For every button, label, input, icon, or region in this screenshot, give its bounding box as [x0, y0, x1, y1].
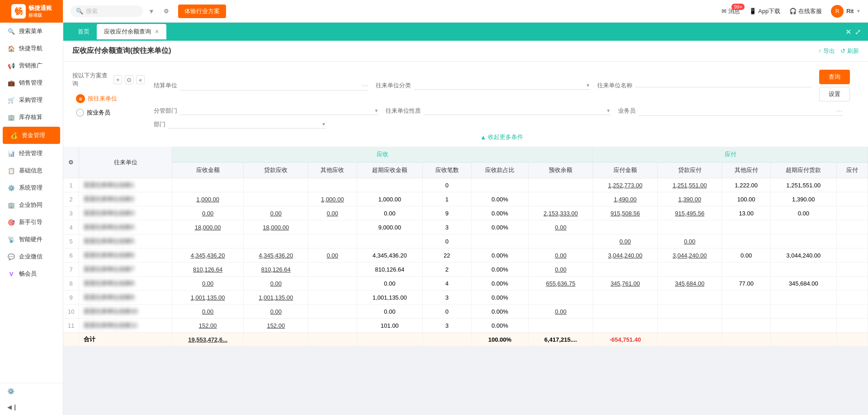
sidebar-item-smart-hw[interactable]: 📡 智能硬件	[0, 231, 63, 248]
table-cell[interactable]: 655,636.75	[528, 277, 593, 291]
sidebar-item-member[interactable]: V 畅会员	[0, 265, 63, 282]
sidebar-item-operations[interactable]: 📊 经营管理	[0, 145, 63, 162]
topbar-gear-button[interactable]: ⚙	[160, 5, 173, 18]
table-cell[interactable]: 2,153,333.00	[528, 206, 593, 220]
salesperson-input[interactable]: ···	[638, 106, 843, 116]
table-cell[interactable]: 4,345,436.20	[172, 248, 244, 262]
message-button[interactable]: ✉ 消息 99+	[722, 7, 740, 15]
sidebar-item-wechat[interactable]: 💬 企业微信	[0, 248, 63, 265]
th-recv-amount: 应收金额	[172, 162, 244, 178]
table-cell[interactable]: 0.00	[308, 248, 357, 262]
table-cell: 0	[423, 234, 471, 248]
table-cell[interactable]: 0.00	[657, 234, 722, 248]
sidebar-item-marketing[interactable]: 📢 营销推广	[0, 57, 63, 74]
sidebar-item-purchase[interactable]: 🛒 采购管理	[0, 91, 63, 109]
table-cell	[528, 234, 593, 248]
app-download-button[interactable]: 📱 App下载	[749, 7, 780, 15]
export-button[interactable]: ↑ 导出	[819, 47, 835, 55]
table-cell[interactable]: 1,001,135.00	[172, 291, 244, 305]
table-cell[interactable]: 0.00	[172, 277, 244, 291]
th-settings[interactable]: ⚙	[63, 147, 79, 178]
dept-select[interactable]: ▼	[180, 107, 378, 115]
table-cell[interactable]: 915,508.56	[593, 206, 658, 220]
table-cell: 0	[423, 178, 471, 192]
table-cell[interactable]: 18,000.00	[244, 220, 308, 234]
department-select[interactable]: ▼	[168, 120, 326, 129]
table-cell[interactable]: 4,345,436.20	[244, 248, 308, 262]
table-cell[interactable]: 0.00	[172, 206, 244, 220]
filter-unit-category: 往来单位分类 ▼	[376, 81, 590, 90]
table-cell[interactable]: 0.00	[528, 220, 593, 234]
solution-button[interactable]: 体验行业方案	[178, 5, 226, 18]
table-cell: 2	[423, 262, 471, 277]
query-button[interactable]: 查询	[819, 70, 850, 84]
scheme-settings-button[interactable]: ⊙	[125, 75, 133, 84]
table-cell[interactable]: 345,684.00	[657, 277, 722, 291]
table-cell[interactable]: 345,761.00	[593, 277, 658, 291]
table-cell[interactable]: 1,000.00	[172, 192, 244, 206]
table-cell[interactable]: 1,252,773.00	[593, 178, 658, 192]
sidebar-item-inventory[interactable]: 🏢 库存核算	[0, 109, 63, 126]
close-window-icon[interactable]: ✕	[845, 28, 851, 36]
table-cell[interactable]: 3,044,240.00	[657, 248, 722, 262]
table-cell[interactable]: 152.00	[172, 319, 244, 333]
sidebar-item-enterprise[interactable]: 🏢 企业协同	[0, 196, 63, 214]
table-cell[interactable]: 0.00	[244, 277, 308, 291]
sidebar-item-guide[interactable]: 🎯 新手引导	[0, 214, 63, 231]
table-cell[interactable]: 0.00	[244, 305, 308, 319]
table-cell[interactable]: 810,126.64	[172, 262, 244, 277]
topbar-chevron-down[interactable]: ▼	[148, 8, 155, 15]
table-cell	[836, 319, 868, 333]
partner-unit-name: 某某往来单位名称2	[79, 192, 172, 206]
table-cell[interactable]: 1,000.00	[308, 192, 357, 206]
table-cell[interactable]: 0.00	[528, 262, 593, 277]
tab-close-icon[interactable]: ✕	[155, 29, 159, 35]
query-option-by-unit[interactable]: ⊕ 按往来单位	[72, 91, 145, 106]
table-cell[interactable]: 3,044,240.00	[593, 248, 658, 262]
setting-button[interactable]: 设置	[819, 87, 850, 101]
sidebar-item-search[interactable]: 🔍 搜索菜单	[0, 23, 63, 40]
user-menu[interactable]: R Rit ▼	[831, 5, 861, 18]
table-cell[interactable]: 0.00	[528, 248, 593, 262]
query-option-by-salesperson[interactable]: ○ 按业务员	[72, 106, 145, 119]
sidebar-bottom-settings[interactable]: ⚙️	[0, 383, 63, 399]
topbar-search-box[interactable]: 🔍 搜索	[71, 5, 143, 17]
table-cell[interactable]: 0.00	[593, 234, 658, 248]
online-service-button[interactable]: 🎧 在线客服	[789, 7, 822, 15]
table-cell[interactable]: 0.00	[172, 305, 244, 319]
table-cell	[722, 291, 770, 305]
table-cell[interactable]: 1,390.00	[657, 192, 722, 206]
table-cell: 0.00%	[471, 206, 528, 220]
table-cell[interactable]: 0.00	[528, 305, 593, 319]
table-cell[interactable]: 18,000.00	[172, 220, 244, 234]
table-cell[interactable]: 1,001,135.00	[244, 291, 308, 305]
settlement-unit-input[interactable]: ···	[180, 81, 368, 91]
unit-nature-select[interactable]: ▼	[424, 107, 610, 115]
unit-name-input[interactable]	[635, 84, 812, 87]
table-cell[interactable]: 1,490.00	[593, 192, 658, 206]
table-cell[interactable]: 152.00	[244, 319, 308, 333]
table-cell[interactable]: 0.00	[308, 206, 357, 220]
table-scroll-container[interactable]: ⚙ 往来单位 应收 应付 应收金额 贷款应收 其他应收 超期应收金额	[63, 147, 868, 347]
sidebar-bottom-collapse[interactable]: ◀ ‖	[0, 399, 63, 415]
add-scheme-button[interactable]: +	[113, 75, 122, 84]
tab-query[interactable]: 应收应付余额查询 ✕	[97, 24, 166, 39]
sidebar-item-capital[interactable]: 💰 资金管理	[3, 127, 60, 144]
sidebar-item-system[interactable]: ⚙️ 系统管理	[0, 179, 63, 196]
table-cell[interactable]: 0.00	[244, 206, 308, 220]
sidebar-item-basic-info[interactable]: 📋 基础信息	[0, 162, 63, 179]
refresh-button[interactable]: ↺ 刷新	[840, 47, 859, 55]
sidebar-item-quick-nav[interactable]: 🏠 快捷导航	[0, 40, 63, 57]
scheme-more-button[interactable]: «	[136, 75, 145, 84]
tab-home[interactable]: 首页	[71, 24, 97, 39]
table-cell[interactable]: 1,251,551.00	[657, 178, 722, 192]
operations-icon: 📊	[7, 149, 15, 157]
user-name: Rit	[846, 8, 854, 14]
sidebar-item-sales[interactable]: 💼 销售管理	[0, 74, 63, 91]
expand-icon[interactable]: ⤢	[855, 28, 861, 36]
table-cell[interactable]: 915,495.56	[657, 206, 722, 220]
table-cell	[308, 234, 357, 248]
collapse-filter-button[interactable]: ▲ 收起更多条件	[154, 131, 850, 143]
table-cell[interactable]: 810,126.64	[244, 262, 308, 277]
unit-category-select[interactable]: ▼	[414, 81, 590, 90]
